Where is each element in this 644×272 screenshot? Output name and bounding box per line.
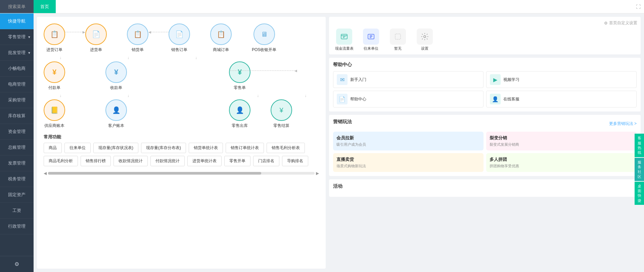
member-title: 会员拉新 [336, 135, 480, 141]
newbie-icon: ✉ [337, 74, 348, 85]
help-item-newbie[interactable]: ✉ 新手入门 [333, 71, 484, 88]
nav-icon-contacts[interactable]: 往来单位 [359, 29, 383, 51]
func-btn-purchase-stats[interactable]: 进货单统计表 [187, 156, 222, 166]
node-mall-order[interactable]: 📋 商城订单 [210, 24, 232, 53]
service-label: 在线客服 [503, 96, 519, 102]
node-purchase-order[interactable]: 📋 进货订单 [44, 24, 65, 53]
marketing-fission[interactable]: 裂变分销 裂变式发展分销商 [486, 132, 637, 150]
sidebar-item-finance[interactable]: 资金管理 [0, 124, 34, 140]
func-btn-sales-profit[interactable]: 销售毛利分析表 [267, 143, 305, 153]
sidebar-item-retail[interactable]: 零售管理 ▼ [0, 29, 34, 45]
node-sales-order[interactable]: 📄 销售订单 [169, 24, 190, 53]
node-retail-settle[interactable]: ¥ 零售结算 [271, 99, 292, 129]
sidebar-item-inventory[interactable]: 库存核算 [0, 108, 34, 124]
empty-icon [390, 29, 406, 45]
down-arrow-retail2: ↓ [295, 93, 316, 98]
contacts-icon [363, 29, 379, 45]
func-btn-store-rank[interactable]: 门店排名 [253, 156, 279, 166]
scroll-right-arrow[interactable]: ▶ [316, 171, 319, 176]
node-sales-icon: 📋 [127, 24, 148, 45]
help-section: 帮助中心 ✉ 新手入门 ▶ 视频学习 📄 帮助中心 👤 [329, 58, 641, 111]
svg-rect-2 [395, 34, 401, 39]
node-purchase[interactable]: 📄 进货单 [85, 24, 107, 53]
live-desc: 场景式购物新玩法 [336, 164, 480, 169]
node-payment-label: 付款单 [48, 85, 60, 91]
func-btn-retail-order[interactable]: 零售开单 [224, 156, 250, 166]
svg-point-3 [424, 36, 426, 38]
float-btn-desktop[interactable]: 桌面快捷 [635, 182, 644, 205]
down-arrow-receipt: ↓ [118, 93, 139, 98]
marketing-group[interactable]: 多人拼团 拼团购物享受优惠 [486, 153, 637, 172]
scroll-left-arrow[interactable]: ◀ [44, 171, 47, 176]
node-retail-out[interactable]: 👤 零售出库 [229, 99, 250, 129]
scroll-track [48, 172, 315, 175]
settings-gear-icon: ⚙ [604, 21, 608, 26]
sidebar-item-tax[interactable]: 税务管理 [0, 171, 34, 187]
right-panel: ⚙ 首页自定义设置 现金流量表 [329, 17, 641, 269]
tab-home-label: 首页 [40, 4, 49, 10]
func-buttons: 商品 往来单位 现存量(库存状况表) 现存量(库存分布表) 销货单统计表 销售订… [44, 143, 319, 166]
func-btn-units[interactable]: 往来单位 [64, 143, 91, 153]
marketing-member[interactable]: 会员拉新 吸引用户成为会员 [333, 132, 484, 150]
func-btn-stock-status[interactable]: 现存量(库存状况表) [93, 143, 138, 153]
sidebar-item-ledger[interactable]: 总账管理 [0, 140, 34, 155]
help-item-help[interactable]: 📄 帮助中心 [333, 91, 484, 107]
node-supplier-book[interactable]: 📒 供应商账本 [44, 99, 65, 129]
nav-icon-settings[interactable]: 设置 [413, 29, 436, 51]
sidebar-item-quicknav[interactable]: 快捷导航 [0, 13, 34, 29]
search-menu[interactable]: 搜索菜单 [0, 0, 34, 13]
arrow-2: ◀ [148, 30, 169, 34]
sidebar-settings[interactable]: ⚙ [0, 256, 34, 272]
node-retail-out-label: 零售出库 [232, 123, 248, 129]
marketing-grid: 会员拉新 吸引用户成为会员 裂变分销 裂变式发展分销商 直播卖货 场景式购物新玩… [333, 132, 637, 172]
marketing-live[interactable]: 直播卖货 场景式购物新玩法 [333, 153, 484, 172]
node-pos-label: POS收银开单 [252, 47, 276, 53]
func-btn-guide-rank[interactable]: 导购排名 [282, 156, 308, 166]
quick-nav-settings[interactable]: ⚙ 首页自定义设置 [332, 20, 637, 26]
sidebar-item-admin[interactable]: 行政管理 [0, 219, 34, 234]
func-btn-order-stats[interactable]: 销售订单统计表 [226, 143, 264, 153]
tab-home[interactable]: 首页 [34, 0, 56, 13]
nav-icon-cashflow[interactable]: 现金流量表 [332, 29, 356, 51]
func-btn-payment-stats[interactable]: 付款情况统计 [150, 156, 185, 166]
live-title: 直播卖货 [336, 156, 480, 163]
node-purchase-label: 进货单 [90, 47, 102, 53]
help-item-video[interactable]: ▶ 视频学习 [486, 71, 637, 88]
more-marketing-link[interactable]: 更多营销玩法 > [609, 121, 637, 127]
help-item-service[interactable]: 👤 在线客服 [486, 91, 637, 107]
help-grid: ✉ 新手入门 ▶ 视频学习 📄 帮助中心 👤 在线客服 [333, 71, 637, 107]
sidebar-item-purchase[interactable]: 采购管理 [0, 92, 34, 108]
sidebar-item-salary[interactable]: 工资 [0, 203, 34, 219]
node-customer-book[interactable]: 👤 客户账本 [105, 99, 127, 129]
down-arrow-sales: ↓ [118, 55, 139, 60]
node-pos[interactable]: 🖥 POS收银开单 [252, 24, 276, 53]
nav-icon-empty[interactable]: 暂无 [386, 29, 410, 51]
fission-desc: 裂变式发展分销商 [490, 142, 633, 147]
down-arrow-mall: ↓ [185, 55, 207, 60]
node-retail-order[interactable]: ¥ 零售单 [229, 61, 250, 91]
float-btn-community[interactable]: 服务社区 [635, 158, 644, 181]
node-receipt[interactable]: ¥ 收款单 [105, 61, 127, 91]
node-sales[interactable]: 📋 销货单 [127, 24, 148, 53]
node-payment[interactable]: ¥ 付款单 [44, 61, 65, 91]
node-supplier-book-label: 供应商账本 [44, 123, 64, 129]
sidebar-item-ecom-small[interactable]: 小畅电商 [0, 61, 34, 77]
sidebar-item-wholesale[interactable]: 批发管理 ▼ [0, 45, 34, 61]
expand-icon[interactable]: ⛶ [636, 4, 641, 9]
func-btn-receipt-stats[interactable]: 收款情况统计 [113, 156, 148, 166]
sidebar-item-assets[interactable]: 固定资产 [0, 187, 34, 203]
sidebar-item-invoice[interactable]: 发票管理 [0, 155, 34, 171]
sidebar-item-ecom-mgmt[interactable]: 电商管理 [0, 77, 34, 92]
node-customer-book-icon: 👤 [105, 99, 127, 121]
func-btn-product[interactable]: 商品 [44, 143, 62, 153]
func-btn-stock-dist[interactable]: 现存量(库存分布表) [141, 143, 186, 153]
common-functions-title: 常用功能 [44, 134, 319, 140]
func-btn-sales-stats[interactable]: 销货单统计表 [189, 143, 223, 153]
marketing-title: 营销玩法 [333, 119, 352, 125]
float-btn-service[interactable]: 客服热线 [635, 134, 644, 157]
scroll-bar[interactable]: ◀ ▶ [44, 170, 319, 177]
func-btn-product-profit[interactable]: 商品毛利分析 [44, 156, 78, 166]
node-retail-order-label: 零售单 [234, 85, 246, 91]
func-btn-sales-rank[interactable]: 销售排行榜 [81, 156, 111, 166]
connector-pos-retail: ◀ [230, 69, 297, 73]
